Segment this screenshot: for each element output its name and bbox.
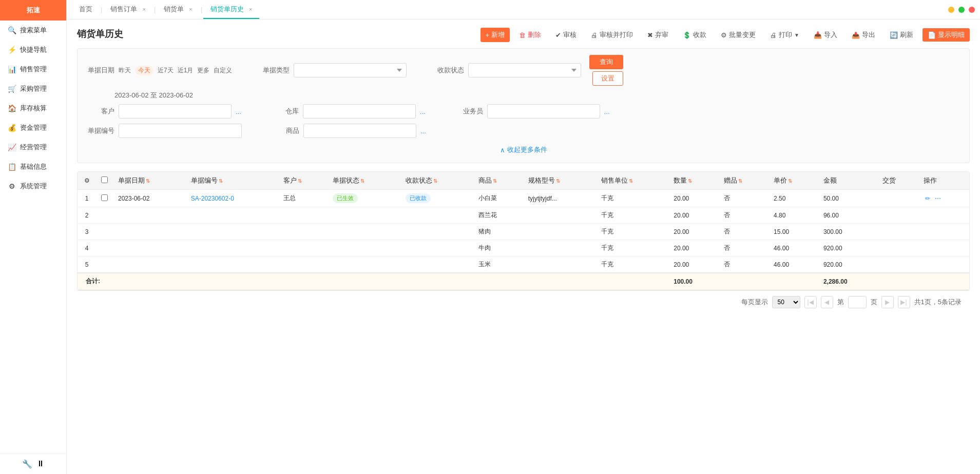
col-unit[interactable]: 销售单位⇅ [596, 172, 669, 190]
sidebar-item-stock-calc[interactable]: 🏠 库存核算 [0, 98, 66, 118]
collect-button[interactable]: 💲 收款 [678, 28, 712, 42]
window-maximize[interactable] [958, 7, 965, 13]
show-detail-button[interactable]: 📄 显示明细 [923, 28, 970, 42]
cell-checkbox-4[interactable] [96, 240, 113, 256]
sidebar-item-ops-mgmt[interactable]: 📈 经营管理 [0, 137, 66, 157]
col-doc-status[interactable]: 单据状态⇅ [328, 172, 400, 190]
tab-close-sales-order[interactable]: × [142, 6, 145, 12]
col-doc-date[interactable]: 单据日期⇅ [113, 172, 186, 190]
cell-doc-no-1[interactable]: SA-20230602-0 [186, 190, 278, 207]
tab-delivery-history[interactable]: 销货单历史 × [203, 1, 259, 19]
cell-doc-date-5 [113, 256, 186, 273]
cell-unit-2: 千克 [596, 207, 669, 224]
row-checkbox-1[interactable] [101, 194, 108, 201]
page-size-select[interactable]: 20 50 100 [772, 296, 800, 308]
print-button[interactable]: 🖨 打印 ▼ [765, 28, 804, 42]
tab-close-delivery[interactable]: × [189, 6, 192, 12]
export-button[interactable]: 📤 导出 [847, 28, 880, 42]
payment-status-select[interactable] [468, 63, 581, 77]
sidebar-item-finance-mgmt[interactable]: 💰 资金管理 [0, 118, 66, 137]
sort-icon-qty: ⇅ [688, 178, 692, 184]
window-close[interactable] [969, 7, 975, 13]
docno-input[interactable] [119, 124, 242, 138]
sidebar-item-search-menu[interactable]: 🔍 搜索菜单 [0, 21, 66, 40]
cell-doc-status-3 [328, 224, 400, 240]
sidebar-item-sys-mgmt[interactable]: ⚙ 系统管理 [0, 176, 66, 196]
next-page-button[interactable]: ▶ [881, 296, 894, 308]
cell-checkbox-3[interactable] [96, 224, 113, 240]
cell-doc-status-5 [328, 256, 400, 273]
delete-button[interactable]: 🗑 删除 [514, 28, 546, 42]
query-button[interactable]: 查询 [589, 55, 623, 69]
cell-checkbox-1[interactable] [96, 190, 113, 207]
col-settings[interactable]: ⚙ [78, 172, 96, 190]
product-ellipsis[interactable]: ... [420, 127, 426, 135]
shortcut-last7days[interactable]: 近7天 [158, 66, 174, 75]
collapse-area: ∧ 收起更多条件 [86, 143, 961, 156]
salesperson-input[interactable] [487, 104, 600, 118]
edit-link-1[interactable]: ✏ [925, 195, 930, 202]
sidebar-item-sales-mgmt[interactable]: 📊 销售管理 [0, 60, 66, 79]
sidebar-item-quick-nav[interactable]: ⚡ 快捷导航 [0, 40, 66, 60]
col-spec[interactable]: 规格型号⇅ [523, 172, 596, 190]
collapse-button[interactable]: ∧ 收起更多条件 [86, 143, 961, 156]
window-minimize[interactable] [948, 7, 954, 13]
col-doc-no[interactable]: 单据编号⇅ [186, 172, 278, 190]
col-customer[interactable]: 客户⇅ [278, 172, 328, 190]
cell-checkbox-2[interactable] [96, 207, 113, 224]
audit-button[interactable]: ✔ 审核 [550, 28, 582, 42]
select-all-checkbox[interactable] [101, 176, 108, 183]
cell-gift-3: 否 [719, 224, 768, 240]
prev-page-button[interactable]: ◀ [821, 296, 833, 308]
add-button[interactable]: + 新增 [481, 28, 510, 42]
tab-sales-order[interactable]: 销售订单 × [103, 1, 152, 19]
cell-amount-1: 50.00 [818, 190, 877, 207]
salesperson-ellipsis[interactable]: ... [604, 108, 610, 115]
shortcut-yesterday[interactable]: 昨天 [119, 66, 131, 75]
shortcut-custom[interactable]: 自定义 [214, 66, 232, 75]
sidebar-bottom-icon-2[interactable]: ⏸ [36, 459, 45, 469]
doc-type-select[interactable] [294, 63, 407, 77]
col-unit-price[interactable]: 单价⇅ [768, 172, 818, 190]
sidebar-item-purchase-mgmt[interactable]: 🛒 采购管理 [0, 79, 66, 98]
refresh-button[interactable]: 🔄 刷新 [885, 28, 918, 42]
batch-change-button[interactable]: ⚙ 批量变更 [716, 28, 761, 42]
tab-home[interactable]: 首页 [72, 1, 100, 19]
cell-doc-status-4 [328, 240, 400, 256]
tab-close-delivery-history[interactable]: × [249, 6, 252, 12]
more-link-1[interactable]: ⋯ [935, 195, 941, 202]
page-number-input[interactable]: 1 [848, 296, 867, 308]
sidebar-item-basic-info[interactable]: 📋 基础信息 [0, 157, 66, 176]
col-checkbox [96, 172, 113, 190]
shortcut-more[interactable]: 更多 [197, 66, 209, 75]
product-input[interactable] [303, 124, 416, 138]
set-button[interactable]: 设置 [592, 71, 623, 86]
col-qty[interactable]: 数量⇅ [668, 172, 719, 190]
col-product[interactable]: 商品⇅ [473, 172, 523, 190]
cell-product-3: 猪肉 [473, 224, 523, 240]
customer-input[interactable] [119, 104, 232, 118]
page-size-label: 每页显示 [741, 298, 768, 307]
shortcut-last1month[interactable]: 近1月 [178, 66, 194, 75]
table-row: 3 猪肉 千克 20.00 否 15.00 300.00 [78, 224, 969, 240]
last-page-button[interactable]: ▶| [898, 296, 910, 308]
cell-doc-date-1: 2023-06-02 [113, 190, 186, 207]
col-gift[interactable]: 赠品⇅ [719, 172, 768, 190]
warehouse-ellipsis[interactable]: ... [420, 108, 426, 115]
summary-label-cell: 合计: [78, 273, 668, 290]
abandon-button[interactable]: ✖ 弃审 [642, 28, 674, 42]
sidebar-bottom-icon-1[interactable]: 🔧 [22, 459, 32, 469]
shortcut-today[interactable]: 今天 [135, 66, 153, 75]
filter-area: 单据日期 昨天 今天 近7天 近1月 更多 自定义 单据类型 [77, 48, 970, 163]
warehouse-label: 仓库 [270, 107, 299, 116]
first-page-button[interactable]: |◀ [804, 296, 817, 308]
audit-print-button[interactable]: 🖨 审核并打印 [586, 28, 638, 42]
cell-action-1: ✏ ⋯ [918, 190, 969, 207]
import-button[interactable]: 📥 导入 [809, 28, 842, 42]
tab-delivery[interactable]: 销货单 × [157, 1, 199, 19]
warehouse-input[interactable] [303, 104, 416, 118]
customer-ellipsis[interactable]: ... [236, 108, 241, 115]
table-row: 4 牛肉 千克 20.00 否 46.00 920.00 [78, 240, 969, 256]
cell-checkbox-5[interactable] [96, 256, 113, 273]
col-payment-status[interactable]: 收款状态⇅ [400, 172, 473, 190]
